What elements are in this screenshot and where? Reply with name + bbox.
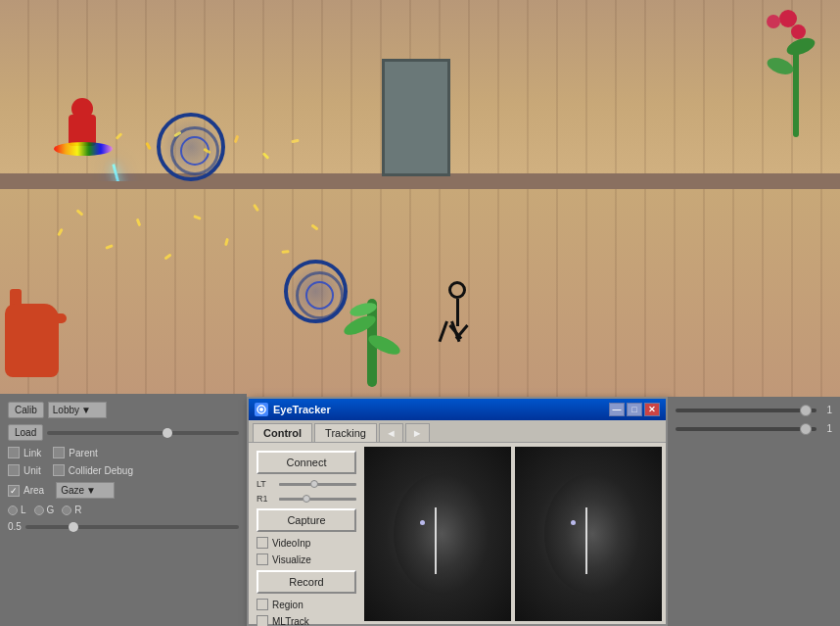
radio-l-circle bbox=[8, 506, 18, 515]
calib-button[interactable]: Calib bbox=[8, 402, 44, 418]
region-row: Region bbox=[257, 599, 356, 610]
right-slider-1[interactable] bbox=[676, 409, 817, 412]
eyetracker-tabs: Control Tracking ◄ ► bbox=[249, 420, 666, 443]
record-button[interactable]: Record bbox=[257, 570, 356, 594]
top-wall bbox=[0, 0, 840, 181]
sparks-top bbox=[98, 127, 343, 186]
et-cameras bbox=[364, 447, 662, 621]
tab-arrow-right[interactable]: ► bbox=[405, 423, 430, 442]
panel-row-2: Load bbox=[8, 424, 239, 441]
panel-row-7: 0.5 bbox=[8, 521, 239, 532]
unit-checkbox[interactable] bbox=[8, 464, 20, 476]
panel-row-6: L G R bbox=[8, 505, 239, 515]
radio-g-label: G bbox=[47, 505, 55, 515]
parent-checkbox-row: Parent bbox=[53, 447, 97, 458]
bottom-wall bbox=[0, 181, 840, 397]
connect-button[interactable]: Connect bbox=[257, 451, 356, 474]
radio-g-circle bbox=[34, 506, 44, 515]
radio-r[interactable]: R bbox=[62, 505, 81, 515]
swirl-effect-2 bbox=[284, 260, 348, 323]
collider-debug-checkbox-row: Collider Debug bbox=[53, 464, 133, 476]
eyetracker-titlebar: EyeTracker — □ ✕ bbox=[249, 399, 666, 420]
eyetracker-content: Connect LT R1 Capture VideoInp bbox=[249, 443, 666, 625]
eyetracker-icon bbox=[255, 403, 268, 416]
radio-r-circle bbox=[62, 506, 71, 515]
lt-label: LT bbox=[257, 479, 276, 489]
eyetracker-window: EyeTracker — □ ✕ Control Tracking ◄ ► Co… bbox=[247, 397, 668, 626]
door bbox=[382, 59, 450, 176]
lobby-dropdown[interactable]: Lobby ▼ bbox=[48, 402, 107, 418]
right-slider-row-2: 1 bbox=[676, 423, 832, 434]
titlebar-controls: — □ ✕ bbox=[609, 403, 660, 416]
eye-cam-right bbox=[515, 447, 662, 621]
radio-g[interactable]: G bbox=[34, 505, 55, 515]
plant-right bbox=[762, 10, 830, 147]
link-checkbox-row: Link bbox=[8, 447, 41, 458]
link-checkbox[interactable] bbox=[8, 447, 20, 458]
gaze-dropdown[interactable]: Gaze ▼ bbox=[56, 482, 115, 499]
eye-cam-left bbox=[364, 447, 511, 621]
load-button[interactable]: Load bbox=[8, 424, 43, 441]
et-controls: Connect LT R1 Capture VideoInp bbox=[253, 447, 360, 621]
panel-row-1: Calib Lobby ▼ bbox=[8, 402, 239, 418]
collider-debug-label: Collider Debug bbox=[69, 465, 133, 476]
panel-row-3: Link Parent bbox=[8, 447, 239, 458]
video-inp-row: VideoInp bbox=[257, 537, 356, 549]
svg-point-1 bbox=[259, 408, 263, 411]
value-slider[interactable] bbox=[25, 525, 239, 529]
r1-label: R1 bbox=[257, 494, 276, 504]
tab-tracking[interactable]: Tracking bbox=[314, 423, 377, 442]
eyetracker-title: EyeTracker bbox=[273, 404, 331, 415]
visualize-label: Visualize bbox=[272, 554, 311, 565]
radio-l-label: L bbox=[21, 505, 26, 515]
corn-plant bbox=[367, 299, 377, 387]
area-label: Area bbox=[23, 485, 44, 496]
maximize-button[interactable]: □ bbox=[627, 403, 642, 416]
r1-slider-row: R1 bbox=[257, 494, 356, 504]
right-slider-row-1: 1 bbox=[676, 405, 832, 415]
panel-row-5: Area Gaze ▼ bbox=[8, 482, 239, 499]
unit-checkbox-row: Unit bbox=[8, 464, 41, 476]
tab-arrow-left[interactable]: ◄ bbox=[379, 423, 403, 442]
tab-control[interactable]: Control bbox=[253, 423, 312, 442]
area-checkbox[interactable] bbox=[8, 485, 20, 497]
lt-slider[interactable] bbox=[279, 483, 356, 486]
panel-row-4: Unit Collider Debug bbox=[8, 464, 239, 476]
close-button[interactable]: ✕ bbox=[644, 403, 660, 416]
parent-label: Parent bbox=[69, 448, 97, 458]
region-checkbox[interactable] bbox=[257, 599, 268, 610]
radio-l[interactable]: L bbox=[8, 505, 26, 515]
lt-slider-row: LT bbox=[257, 479, 356, 489]
region-label: Region bbox=[272, 600, 303, 610]
fox-creature bbox=[5, 304, 59, 377]
capture-button[interactable]: Capture bbox=[257, 508, 356, 532]
mltrack-checkbox[interactable] bbox=[257, 615, 268, 626]
lgr-radio-group: L G R bbox=[8, 505, 82, 515]
unit-label: Unit bbox=[23, 465, 41, 476]
load-slider[interactable] bbox=[47, 431, 239, 435]
radio-r-label: R bbox=[74, 505, 81, 515]
parent-checkbox[interactable] bbox=[53, 447, 65, 458]
visualize-row: Visualize bbox=[257, 554, 356, 565]
value-05-label: 0.5 bbox=[8, 521, 22, 532]
bottom-panel: Calib Lobby ▼ Load Link Parent Unit Coll… bbox=[0, 394, 247, 626]
area-checkbox-row: Area bbox=[8, 485, 44, 497]
eye-cam-left-img bbox=[364, 447, 511, 621]
eye-cam-right-img bbox=[515, 447, 662, 621]
visualize-checkbox[interactable] bbox=[257, 554, 268, 565]
collider-debug-checkbox[interactable] bbox=[53, 464, 65, 476]
r1-slider[interactable] bbox=[279, 498, 356, 501]
video-inp-label: VideoInp bbox=[272, 538, 310, 549]
minimize-button[interactable]: — bbox=[609, 403, 625, 416]
red-character bbox=[69, 98, 96, 146]
stickman bbox=[445, 281, 469, 343]
mltrack-row: MLTrack bbox=[257, 615, 356, 626]
right-slider-2[interactable] bbox=[676, 427, 817, 431]
right-slider-2-value: 1 bbox=[820, 423, 832, 434]
video-inp-checkbox[interactable] bbox=[257, 537, 268, 549]
right-slider-1-value: 1 bbox=[820, 405, 832, 415]
link-label: Link bbox=[23, 448, 41, 458]
game-viewport bbox=[0, 0, 840, 397]
mltrack-label: MLTrack bbox=[272, 616, 309, 627]
right-sliders-panel: 1 1 bbox=[668, 397, 840, 626]
